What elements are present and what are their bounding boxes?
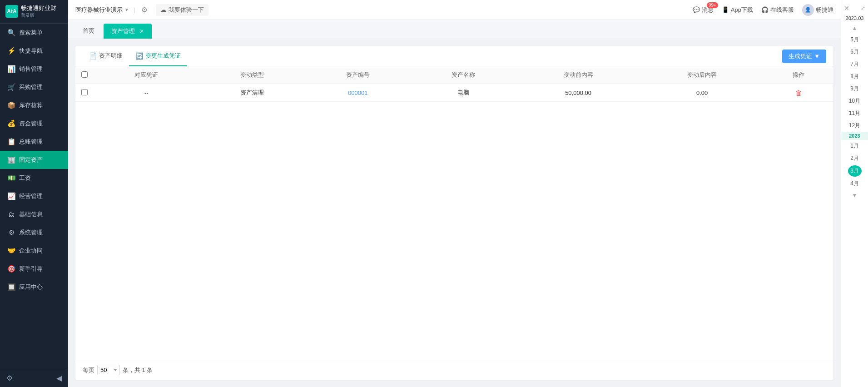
sidebar-item-salary[interactable]: 💵 工资 bbox=[0, 169, 68, 187]
right-panel: ✕ ⤢ 2023.03 ▲ 5月 6月 7月 8月 9月 10月 11月 12月… bbox=[841, 0, 868, 387]
sidebar-item-enterprise[interactable]: 🤝 企业协同 bbox=[0, 242, 68, 260]
user-info[interactable]: 👤 畅捷通 bbox=[802, 4, 833, 16]
sidebar-item-guide[interactable]: 🎯 新手引导 bbox=[0, 260, 68, 278]
month-1[interactable]: 1月 bbox=[841, 140, 868, 152]
online-service-btn[interactable]: 🎧 在线客服 bbox=[761, 6, 794, 14]
app-download-btn[interactable]: 📱 App下载 bbox=[722, 6, 753, 14]
experience-label: 我要体验一下 bbox=[169, 6, 204, 14]
company-selector[interactable]: 医疗器械行业演示 ▼ bbox=[75, 6, 129, 14]
sub-tab-change-voucher[interactable]: 🔄 变更生成凭证 bbox=[129, 46, 187, 66]
total-label: 条，共 1 条 bbox=[123, 366, 153, 374]
change-voucher-icon: 🔄 bbox=[135, 52, 143, 60]
settings-footer-icon[interactable]: ⚙ bbox=[6, 374, 13, 382]
scroll-down-btn[interactable]: ▼ bbox=[841, 190, 868, 201]
month-7[interactable]: 7月 bbox=[841, 58, 868, 70]
message-icon: 💬 bbox=[693, 6, 700, 13]
month-11[interactable]: 11月 bbox=[841, 107, 868, 119]
td-change-type: 资产清理 bbox=[199, 84, 305, 102]
right-panel-close-btn[interactable]: ✕ bbox=[844, 5, 849, 12]
table-row: -- 资产清理 000001 电脑 bbox=[75, 84, 833, 102]
messages-badge: 99+ bbox=[707, 2, 718, 8]
sidebar-item-inventory[interactable]: 📦 库存核算 bbox=[0, 96, 68, 114]
settings-icon[interactable]: ⚙ bbox=[141, 5, 148, 14]
month-5[interactable]: 5月 bbox=[841, 34, 868, 46]
right-panel-expand-btn[interactable]: ⤢ bbox=[861, 5, 865, 11]
sales-icon: 📊 bbox=[7, 65, 15, 73]
sidebar-item-purchase[interactable]: 🛒 采购管理 bbox=[0, 78, 68, 96]
sidebar-item-search[interactable]: 🔍 搜索菜单 bbox=[0, 24, 68, 42]
sidebar-item-operations[interactable]: 📈 经营管理 bbox=[0, 187, 68, 205]
sub-tab-asset-list[interactable]: 📄 资产明细 bbox=[83, 46, 129, 66]
sidebar-item-fixed-assets[interactable]: 🏢 固定资产 bbox=[0, 151, 68, 169]
month-9[interactable]: 9月 bbox=[841, 83, 868, 95]
sidebar-item-label: 采购管理 bbox=[19, 83, 43, 91]
tab-home[interactable]: 首页 bbox=[75, 24, 102, 39]
sidebar-item-label: 总账管理 bbox=[19, 138, 43, 146]
sidebar-item-label: 固定资产 bbox=[19, 156, 43, 164]
row-checkbox[interactable] bbox=[81, 89, 88, 95]
search-icon: 🔍 bbox=[7, 29, 15, 37]
sidebar-nav: 🔍 搜索菜单 ⚡ 快捷导航 📊 销售管理 🛒 采购管理 📦 库存核算 💰 资金管… bbox=[0, 24, 68, 369]
th-after-change: 变动后内容 bbox=[640, 66, 764, 84]
sidebar-item-ledger[interactable]: 📋 总账管理 bbox=[0, 133, 68, 151]
month-10[interactable]: 10月 bbox=[841, 95, 868, 107]
sidebar-item-quick-nav[interactable]: ⚡ 快捷导航 bbox=[0, 42, 68, 60]
messages-btn[interactable]: 💬 消息 99+ bbox=[693, 6, 714, 14]
purchase-icon: 🛒 bbox=[7, 83, 15, 91]
sidebar-item-sales[interactable]: 📊 销售管理 bbox=[0, 60, 68, 78]
inventory-icon: 📦 bbox=[7, 101, 15, 109]
generate-voucher-button[interactable]: 生成凭证 ▼ bbox=[782, 50, 826, 63]
month-8[interactable]: 8月 bbox=[841, 70, 868, 83]
table-container: 对应凭证 变动类型 资产编号 资产名称 bbox=[75, 66, 833, 360]
main-area: 医疗器械行业演示 ▼ | ⚙ ☁ 我要体验一下 💬 消息 99+ 📱 App下载… bbox=[68, 0, 841, 387]
th-change-type: 变动类型 bbox=[199, 66, 305, 84]
th-asset-name: 资产名称 bbox=[411, 66, 516, 84]
sidebar-item-label: 搜索菜单 bbox=[19, 29, 43, 37]
month-2[interactable]: 2月 bbox=[841, 152, 868, 164]
company-name: 医疗器械行业演示 bbox=[75, 6, 123, 14]
td-after-change: 0.00 bbox=[640, 84, 764, 102]
sidebar-item-label: 新手引导 bbox=[19, 265, 43, 273]
salary-icon: 💵 bbox=[7, 174, 15, 182]
avatar: 👤 bbox=[802, 4, 814, 16]
sidebar-item-app-center[interactable]: 🔲 应用中心 bbox=[0, 278, 68, 296]
basic-info-icon: 🗂 bbox=[7, 210, 15, 218]
select-all-checkbox[interactable] bbox=[81, 71, 88, 78]
sidebar-item-system[interactable]: ⚙ 系统管理 bbox=[0, 223, 68, 242]
th-checkbox bbox=[75, 66, 94, 84]
system-icon: ⚙ bbox=[7, 228, 15, 237]
tab-close-icon[interactable]: ✕ bbox=[139, 28, 144, 35]
sidebar-item-funds[interactable]: 💰 资金管理 bbox=[0, 114, 68, 133]
month-12[interactable]: 12月 bbox=[841, 119, 868, 132]
app-download-label: App下载 bbox=[731, 6, 753, 14]
main-card: 📄 资产明细 🔄 变更生成凭证 生成凭证 ▼ bbox=[75, 46, 833, 380]
delete-row-button[interactable]: 🗑 bbox=[795, 89, 802, 97]
pagination: 每页 50 10 20 100 条，共 1 条 bbox=[75, 360, 833, 380]
asset-list-icon: 📄 bbox=[89, 52, 97, 60]
funds-icon: 💰 bbox=[7, 119, 15, 128]
sidebar-item-label: 快捷导航 bbox=[19, 47, 43, 55]
collapse-icon[interactable]: ◀ bbox=[56, 374, 62, 382]
dropdown-btn-arrow: ▼ bbox=[814, 53, 820, 60]
logo-text: 畅捷通好业财 bbox=[21, 5, 56, 12]
per-page-label: 每页 bbox=[83, 366, 94, 374]
experience-btn[interactable]: ☁ 我要体验一下 bbox=[156, 4, 208, 16]
app-center-icon: 🔲 bbox=[7, 283, 15, 291]
scroll-up-btn[interactable]: ▲ bbox=[841, 23, 868, 34]
asset-mgmt-tab-label: 资产管理 bbox=[111, 28, 135, 35]
sidebar-item-label: 基础信息 bbox=[19, 210, 43, 218]
td-checkbox bbox=[75, 84, 94, 102]
tab-asset-mgmt[interactable]: 资产管理 ✕ bbox=[104, 24, 152, 39]
td-asset-name: 电脑 bbox=[411, 84, 516, 102]
fixed-assets-icon: 🏢 bbox=[7, 156, 15, 164]
sidebar-item-label: 资金管理 bbox=[19, 119, 43, 128]
sidebar-item-basic-info[interactable]: 🗂 基础信息 bbox=[0, 205, 68, 223]
per-page-select[interactable]: 50 10 20 100 bbox=[97, 365, 120, 375]
month-6[interactable]: 6月 bbox=[841, 46, 868, 58]
sub-tabbar: 📄 资产明细 🔄 变更生成凭证 生成凭证 ▼ bbox=[75, 46, 833, 66]
cloud-icon: ☁ bbox=[160, 6, 166, 13]
up-arrow-icon[interactable]: ▲ bbox=[851, 24, 858, 32]
month-3[interactable]: 3月 bbox=[848, 165, 862, 177]
down-arrow-icon[interactable]: ▼ bbox=[851, 191, 858, 199]
month-4[interactable]: 4月 bbox=[841, 178, 868, 190]
